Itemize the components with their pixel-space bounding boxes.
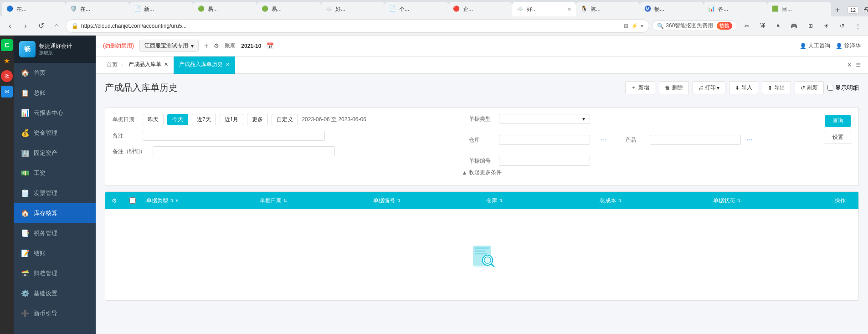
no-filter-input[interactable] (499, 156, 590, 166)
date-btn-last-month[interactable]: 近1月 (220, 114, 244, 125)
sidebar-item-cloud-report[interactable]: 📊 云报表中心 (14, 103, 96, 123)
query-button[interactable]: 查询 (825, 115, 851, 127)
refresh-btn[interactable]: ↺ 刷新 (795, 81, 824, 94)
type-filter-select[interactable]: ▾ (499, 114, 590, 124)
refresh-button[interactable]: ↺ (35, 20, 47, 32)
company-select[interactable]: 江西服宝测试专用 ▾ (139, 40, 199, 52)
note-filter-input[interactable] (143, 131, 325, 141)
back-button[interactable]: ‹ (4, 20, 16, 32)
browser-tab-11[interactable]: Ⓜ️ 畅... (640, 2, 704, 16)
apps-btn[interactable]: ⊞ (805, 21, 817, 31)
sidebar-item-inventory[interactable]: 🏠 库存核算 (14, 203, 96, 223)
th-status[interactable]: 单据状态 ⇅ (709, 197, 822, 205)
settings-icon-btn[interactable]: ⚙ (214, 42, 219, 49)
browser-tab-2[interactable]: 🛡️ 在... (66, 2, 129, 16)
browser-tab-4[interactable]: 🟢 易... (193, 2, 257, 16)
menu-btn[interactable]: ⋮ (852, 21, 864, 31)
delete-btn[interactable]: 🗑 删除 (659, 81, 689, 94)
page-tab-list[interactable]: 产成品入库单 ✕ (123, 57, 174, 74)
icon-sidebar-logo[interactable]: C (1, 39, 13, 51)
sidebar-item-basic-settings[interactable]: ⚙️ 基础设置 (14, 283, 96, 303)
th-date[interactable]: 单据日期 ⇅ (255, 197, 369, 205)
breadcrumb-home[interactable]: 首页 (103, 57, 121, 74)
sidebar-item-payroll[interactable]: 💵 工资 (14, 163, 96, 183)
date-btn-yesterday[interactable]: 昨天 (143, 114, 164, 125)
show-fields-checkbox[interactable] (827, 85, 833, 91)
sidebar-item-ledger[interactable]: 📋 总账 (14, 83, 96, 103)
date-btn-custom[interactable]: 自定义 (272, 114, 298, 125)
wallet-btn[interactable]: ¥ (773, 21, 783, 31)
table-select-all[interactable] (123, 197, 142, 204)
forward-button[interactable]: › (19, 20, 32, 32)
page-tab-history-close[interactable]: ✕ (226, 62, 230, 67)
note-detail-input[interactable] (153, 146, 335, 156)
translate-btn[interactable]: 译 (756, 21, 769, 31)
browser-tab-5[interactable]: 🟢 易... (257, 2, 321, 16)
company-select-dropdown: ▾ (191, 43, 194, 49)
scissors-btn[interactable]: ✂ (741, 21, 753, 31)
select-all-checkbox[interactable] (129, 197, 136, 204)
browser-tab-1[interactable]: 🔵 在... (2, 2, 66, 16)
icon-sidebar-email[interactable]: ✉ (1, 86, 13, 98)
warehouse-dots[interactable]: ··· (597, 136, 611, 144)
product-dots[interactable]: ··· (743, 136, 756, 144)
sidebar-item-tax[interactable]: 📑 税务管理 (14, 223, 96, 243)
th-cost[interactable]: 总成本 ⇅ (595, 197, 709, 205)
th-warehouse[interactable]: 仓库 ⇅ (482, 197, 595, 205)
game-btn[interactable]: 🎮 (787, 21, 801, 31)
add-company-btn[interactable]: + (204, 42, 208, 50)
sidebar-item-fund[interactable]: 💰 资金管理 (14, 123, 96, 143)
tab-icon-5: 🟢 (262, 5, 269, 13)
date-btn-last7[interactable]: 近7天 (192, 114, 216, 125)
th-no[interactable]: 单据编号 ⇅ (369, 197, 482, 205)
icon-sidebar-star[interactable]: ★ (1, 55, 13, 67)
export-btn[interactable]: ⬆ 导出 (762, 81, 791, 94)
add-btn[interactable]: ＋ 新增 (625, 81, 655, 94)
date-btn-more[interactable]: 更多 (247, 114, 268, 125)
sidebar-item-archive[interactable]: 🗃️ 归档管理 (14, 263, 96, 283)
user-avatar[interactable]: 👤 徐泽华 (836, 42, 861, 50)
browser-tab-6[interactable]: ☁️ 好... (321, 2, 385, 16)
sidebar-item-new-billing[interactable]: ➕ 新币引导 (14, 303, 96, 324)
import-btn[interactable]: ⬇ 导入 (729, 81, 758, 94)
theme-btn[interactable]: ☀ (820, 21, 832, 31)
sidebar-item-home[interactable]: 🏠 首页 (14, 63, 96, 83)
th-type[interactable]: 单据类型 ⇅ ▾ (142, 197, 255, 205)
search-bar[interactable]: 🔍 360智能抠图免费用 热搜 (652, 21, 737, 31)
sidebar-item-fixed-assets[interactable]: 🏢 固定资产 (14, 143, 96, 163)
table-gear-btn[interactable]: ⚙ (105, 197, 123, 204)
setting-button[interactable]: 设置 (825, 131, 851, 144)
undo-btn[interactable]: ↺ (836, 21, 848, 31)
browser-tab-8[interactable]: 🔴 企... (448, 2, 512, 16)
browser-tab-12[interactable]: 📊 各... (704, 2, 767, 16)
show-fields-toggle[interactable]: 显示明细 (827, 84, 859, 92)
sidebar-header: 畅 畅捷通好会计 旗舰版 (14, 36, 96, 63)
product-filter-input[interactable] (650, 135, 741, 145)
print-btn[interactable]: 🖨 打印 ▾ (693, 81, 725, 94)
browser-tab-3[interactable]: 📄 新... (129, 2, 193, 16)
date-btn-today[interactable]: 今天 (167, 114, 188, 125)
browser-tab-10[interactable]: 🐧 腾... (576, 2, 640, 16)
page-tab-history[interactable]: 产成品入库单历史 ✕ (174, 57, 235, 74)
sidebar-item-invoice[interactable]: 🗒️ 发票管理 (14, 183, 96, 203)
home-button[interactable]: ⌂ (50, 20, 63, 32)
icon-sidebar-weibo[interactable]: 微 (1, 70, 13, 82)
calendar-icon[interactable]: 📅 (267, 42, 274, 49)
dropdown-icon[interactable]: ▾ (641, 23, 643, 29)
restore-button[interactable]: 🗗 (860, 4, 868, 16)
tab-area-menu[interactable]: ≡ (856, 60, 861, 70)
page-tab-list-close[interactable]: ✕ (164, 62, 168, 67)
address-input[interactable]: 🔒 https://cloud.chanjet.com/accounting/u… (66, 19, 649, 33)
browser-tab-9[interactable]: ☁️ 好... ✕ (512, 2, 576, 16)
tab-add-button[interactable]: + (831, 4, 844, 16)
sidebar-item-settlement[interactable]: 📝 结账 (14, 243, 96, 263)
tab-icon-2: 🛡️ (70, 5, 77, 13)
browser-tab-13[interactable]: 🟩 目... (767, 2, 831, 16)
warehouse-filter-input[interactable] (499, 135, 590, 145)
tab-area-close[interactable]: ✕ (847, 62, 852, 68)
browser-tab-7[interactable]: 📄 个... (385, 2, 448, 16)
collapse-btn[interactable]: ▲ 收起更多条件 (113, 166, 851, 179)
consultant-btn[interactable]: 👤 人工咨询 (800, 42, 830, 50)
th-type-dropdown[interactable]: ▾ (175, 197, 178, 204)
tab-close-9[interactable]: ✕ (567, 6, 571, 12)
